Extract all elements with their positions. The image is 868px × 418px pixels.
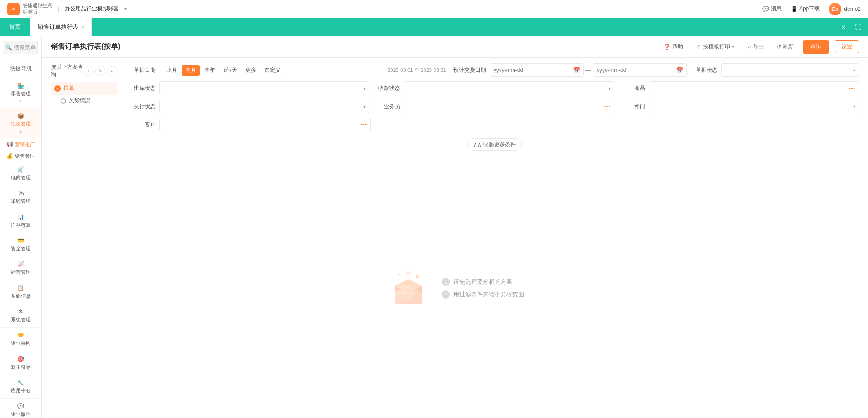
empty-tip-1: 1 请先选择要分析的方案 (442, 278, 524, 286)
help-icon: ❓ (664, 44, 670, 50)
tab-home[interactable]: 首页 (0, 18, 30, 36)
print-btn[interactable]: 🖨 按模板打印 ▾ (692, 41, 738, 52)
tip-text-2: 用过滤条件来缩小分析范围 (453, 290, 524, 299)
filter-row-4: 客户 ••• (130, 118, 859, 131)
query-btn[interactable]: 查询 (803, 40, 829, 54)
sidebar-item-retail[interactable]: 🏪 零售管理 ▾ (0, 78, 41, 108)
app-name: 畅捷通好生意 (23, 3, 52, 9)
sidebar-item-ecommerce[interactable]: 🛒 电商管理 (0, 162, 41, 185)
scheme-add-btn[interactable]: + (84, 66, 94, 76)
scheme-edit-btn[interactable]: ✎ (95, 66, 105, 76)
marketing-label: 营销推广 (15, 141, 35, 147)
empty-tips: 1 请先选择要分析的方案 2 用过滤条件来缩小分析范围 (442, 278, 524, 299)
sidebar-item-guide[interactable]: 🎯 新手引导 (0, 352, 41, 375)
scheme-collapse-btn[interactable]: « (107, 66, 117, 76)
delivery-dropdown[interactable] (159, 81, 369, 95)
date-tab-7days[interactable]: 近7天 (220, 65, 241, 76)
sidebar-sub-item-sales[interactable]: 💰 销售管理 (0, 150, 41, 162)
svg-point-6 (398, 274, 400, 276)
sidebar-item-basic[interactable]: 📋 基础信息 (0, 280, 41, 304)
filter-layout: 按以下方案查询 + ✎ « ● 按单 欠货情况 (51, 63, 859, 152)
filter-row-2: 出库状态 ▾ 收款状态 ▾ (130, 81, 859, 95)
date-tab-last-month[interactable]: 上月 (163, 65, 181, 76)
settings-btn[interactable]: 设置 (835, 40, 859, 53)
content-area: 销售订单执行表(按单) ❓ 帮助 🖨 按模板打印 ▾ ↗ 导出 ↺ 刷新 (42, 36, 868, 418)
sidebar-item-operation[interactable]: 📈 经营管理 (0, 256, 41, 280)
wechat-icon: 💬 (17, 403, 24, 409)
goods-wrap: ••• (649, 81, 859, 95)
svg-point-9 (411, 292, 413, 294)
scheme-debt-label: 欠货情况 (69, 97, 90, 104)
inventory-icon: 📊 (17, 214, 24, 220)
message-action[interactable]: 💬 消息 (762, 5, 782, 13)
system-icon: ⚙ (18, 309, 23, 315)
sidebar-item-appstore[interactable]: 🔧 应用中心 (0, 375, 41, 399)
date-range-separator: — (585, 67, 591, 73)
sidebar-item-cooperation[interactable]: 🤝 企业协同 (0, 328, 41, 351)
export-label: 导出 (753, 43, 764, 51)
filter-field-payment: 收款状态 ▾ (375, 81, 614, 95)
app-logo-icon (7, 3, 20, 15)
sidebar-item-purchase[interactable]: 🛍 采购管理 (0, 185, 41, 209)
app-download-action[interactable]: 📱 App下载 (791, 5, 820, 13)
date-tab-more[interactable]: 更多 (242, 65, 260, 76)
expected-date-end-wrap: 📅 (593, 63, 687, 77)
scheme-item-debt[interactable]: 欠货情况 (51, 95, 117, 107)
collapse-up-icon: ∧∧ (473, 142, 481, 148)
quick-nav-label[interactable]: 快捷导航 (0, 62, 41, 75)
sidebar-item-inventory[interactable]: 📊 库存核算 (0, 209, 41, 233)
exec-dropdown[interactable] (159, 100, 369, 113)
tab-sales-order[interactable]: 销售订单执行表 × (30, 18, 92, 36)
sidebar-search-btn[interactable]: 🔍 搜索菜单 (4, 41, 38, 54)
export-btn[interactable]: ↗ 导出 (743, 41, 768, 52)
sidebar-search-area: 🔍 搜索菜单 (0, 36, 41, 59)
expected-date-end[interactable] (593, 63, 687, 77)
tip-text-1: 请先选择要分析的方案 (453, 278, 512, 286)
header-right: 💬 消息 📱 App下载 Ea demo2 (762, 3, 861, 15)
customer-wrap: ••• (159, 118, 371, 131)
message-label: 消息 (771, 5, 782, 13)
breadcrumb-dropdown-icon[interactable]: ▾ (124, 6, 127, 11)
inventory-label: 库存核算 (11, 222, 31, 228)
basic-icon: 📋 (17, 285, 24, 291)
order-status-dropdown[interactable] (721, 63, 859, 77)
print-icon: 🖨 (696, 44, 701, 50)
sidebar-item-finance[interactable]: 💳 资金管理 (0, 233, 41, 256)
filter-field-exec: 执行状态 ▾ (130, 100, 369, 113)
date-tab-this-year[interactable]: 本年 (201, 65, 219, 76)
goods-input[interactable] (649, 81, 859, 95)
date-tab-custom[interactable]: 自定义 (261, 65, 284, 76)
user-avatar: Ea (829, 3, 841, 15)
filter-field-goods: 商品 ••• (620, 81, 859, 95)
window-expand-btn[interactable]: ⛶ (852, 21, 864, 33)
app-download-icon: 📱 (791, 6, 797, 12)
header-left: 畅捷通好生意 标准版 | 办公用品行业模拟账套 ▾ (7, 3, 127, 15)
dept-dropdown[interactable] (649, 100, 859, 113)
customer-input[interactable] (159, 118, 371, 131)
payment-dropdown[interactable] (404, 81, 614, 95)
sidebar-item-system[interactable]: ⚙ 系统管理 (0, 304, 41, 328)
salesperson-input[interactable] (404, 100, 614, 113)
expected-date-start[interactable] (490, 63, 584, 77)
collapse-btn[interactable]: ∧∧ 收起更多条件 (467, 138, 522, 151)
help-label: 帮助 (672, 43, 683, 51)
window-close-btn[interactable]: ✕ (837, 21, 850, 33)
sidebar-sub-item-marketing[interactable]: 📢 营销推广 (0, 138, 41, 150)
cooperation-icon: 🤝 (17, 332, 24, 338)
help-btn[interactable]: ❓ 帮助 (660, 41, 687, 52)
wholesale-icon: 📦 (17, 113, 24, 119)
sidebar-item-wholesale[interactable]: 📦 批发管理 ▴ (0, 108, 41, 138)
user-area[interactable]: Ea demo2 (829, 3, 861, 15)
cooperation-label: 企业协同 (11, 340, 31, 346)
tab-bar: 首页 销售订单执行表 × ✕ ⛶ (0, 18, 868, 36)
appstore-icon: 🔧 (17, 380, 24, 386)
date-tab-this-month[interactable]: 本月 (182, 65, 200, 76)
refresh-btn[interactable]: ↺ 刷新 (773, 41, 797, 52)
delivery-wrap: ▾ (159, 81, 369, 95)
date-label: 单据日期 (130, 66, 156, 74)
scheme-item-order[interactable]: ● 按单 (51, 82, 117, 95)
payment-label: 收款状态 (375, 85, 400, 92)
tab-close-icon[interactable]: × (81, 25, 84, 30)
sidebar-item-wechat[interactable]: 💬 企业微信 (0, 399, 41, 418)
purchase-label: 采购管理 (11, 198, 31, 204)
